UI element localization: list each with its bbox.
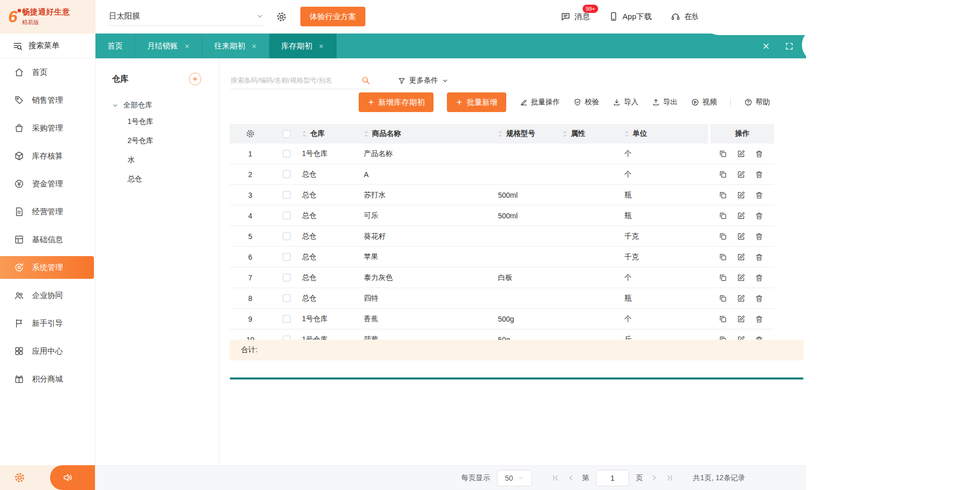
row-checkbox[interactable] xyxy=(283,170,291,178)
table-row[interactable]: 1 1号仓库 产品名称 个 xyxy=(230,144,774,164)
sidebar-item-system[interactable]: 系统管理 xyxy=(0,256,94,279)
tab-opening-balances[interactable]: 往来期初 xyxy=(202,34,269,58)
sort-icon[interactable] xyxy=(364,131,368,137)
tab-inventory-opening[interactable]: 库存期初 xyxy=(269,34,336,58)
first-page-icon[interactable] xyxy=(551,473,560,482)
delete-row-icon[interactable] xyxy=(755,191,763,199)
copy-row-icon[interactable] xyxy=(719,315,727,323)
per-page-select[interactable]: 50 xyxy=(497,470,532,486)
page-number-input[interactable] xyxy=(597,474,629,482)
tab-home[interactable]: 首页 xyxy=(95,34,135,58)
app-download-button[interactable]: App下载 xyxy=(608,11,652,22)
warehouse-tree-item[interactable]: 2号仓库 xyxy=(95,131,219,150)
edit-row-icon[interactable] xyxy=(737,191,745,199)
sidebar-menu-search[interactable]: 搜索菜单 xyxy=(0,34,95,58)
search-icon[interactable] xyxy=(361,76,370,85)
table-row[interactable]: 2 总仓 A 个 xyxy=(230,164,774,185)
delete-row-icon[interactable] xyxy=(755,315,763,323)
tab-close-icon[interactable] xyxy=(318,43,324,49)
sidebar-item-guide[interactable]: 新手引导 xyxy=(0,309,95,337)
sidebar-item-inventory[interactable]: 库存核算 xyxy=(0,142,95,170)
table-row[interactable]: 3 总仓 苏打水 500ml 瓶 xyxy=(230,185,774,206)
sidebar-item-home[interactable]: 首页 xyxy=(0,58,95,86)
row-checkbox[interactable] xyxy=(283,150,291,157)
table-row[interactable]: 10 1号仓库 菠萝 50g 斤 xyxy=(230,329,774,340)
delete-row-icon[interactable] xyxy=(755,294,763,303)
row-checkbox[interactable] xyxy=(283,336,291,340)
edit-row-icon[interactable] xyxy=(737,294,745,303)
table-row[interactable]: 9 1号仓库 香蕉 500g 个 xyxy=(230,309,774,329)
sidebar-settings-icon[interactable] xyxy=(14,472,25,483)
sidebar-item-collaboration[interactable]: 企业协同 xyxy=(0,281,95,309)
row-checkbox[interactable] xyxy=(283,212,291,219)
prev-page-icon[interactable] xyxy=(567,473,575,482)
search-input[interactable] xyxy=(231,76,361,84)
edit-row-icon[interactable] xyxy=(737,253,745,261)
copy-row-icon[interactable] xyxy=(719,294,727,303)
add-warehouse-button[interactable] xyxy=(189,73,201,85)
delete-row-icon[interactable] xyxy=(755,336,763,340)
video-button[interactable]: 视频 xyxy=(691,98,717,107)
next-page-icon[interactable] xyxy=(650,473,658,482)
delete-row-icon[interactable] xyxy=(755,253,763,261)
company-select[interactable]: 日太阳膜 xyxy=(109,7,264,26)
delete-row-icon[interactable] xyxy=(755,150,763,158)
table-row[interactable]: 6 总仓 苹果 千克 xyxy=(230,247,774,267)
sort-icon[interactable] xyxy=(563,131,567,137)
warehouse-tree-item[interactable]: 总仓 xyxy=(95,169,219,188)
close-all-tabs-icon[interactable] xyxy=(762,42,770,51)
edit-row-icon[interactable] xyxy=(737,170,745,179)
warehouse-tree-root[interactable]: 全部仓库 xyxy=(112,101,219,110)
copy-row-icon[interactable] xyxy=(719,212,727,220)
settings-gear-icon[interactable] xyxy=(276,11,287,22)
export-button[interactable]: 导出 xyxy=(652,98,678,107)
sidebar-item-app-center[interactable]: 应用中心 xyxy=(0,337,95,365)
tab-month-lock[interactable]: 月结锁账 xyxy=(135,34,202,58)
edit-row-icon[interactable] xyxy=(737,232,745,241)
row-checkbox[interactable] xyxy=(283,191,291,199)
tree-collapse-icon[interactable] xyxy=(112,102,119,109)
sort-icon[interactable] xyxy=(624,131,629,137)
table-row[interactable]: 8 总仓 四特 瓶 xyxy=(230,288,774,309)
delete-row-icon[interactable] xyxy=(755,274,763,282)
row-checkbox[interactable] xyxy=(283,294,291,302)
copy-row-icon[interactable] xyxy=(719,274,727,282)
horizontal-scrollbar[interactable] xyxy=(230,377,804,380)
copy-row-icon[interactable] xyxy=(719,150,727,158)
trial-industry-button[interactable]: 体验行业方案 xyxy=(300,7,365,26)
row-checkbox[interactable] xyxy=(283,253,291,261)
copy-row-icon[interactable] xyxy=(719,170,727,179)
sort-icon[interactable] xyxy=(498,131,503,137)
batch-add-button[interactable]: 批量新增 xyxy=(447,92,506,112)
edit-row-icon[interactable] xyxy=(737,274,745,282)
add-opening-stock-button[interactable]: 新增库存期初 xyxy=(359,92,433,112)
table-row[interactable]: 7 总仓 泰力灰色 白板 个 xyxy=(230,267,774,288)
help-button[interactable]: 帮助 xyxy=(744,98,770,107)
edit-row-icon[interactable] xyxy=(737,212,745,220)
copy-row-icon[interactable] xyxy=(719,336,727,340)
copy-row-icon[interactable] xyxy=(719,191,727,199)
edit-row-icon[interactable] xyxy=(737,315,745,323)
warehouse-tree-item[interactable]: 水 xyxy=(95,150,219,169)
import-button[interactable]: 导入 xyxy=(613,98,638,107)
messages-button[interactable]: 消息 99+ xyxy=(560,11,590,22)
row-checkbox[interactable] xyxy=(283,232,291,240)
edit-row-icon[interactable] xyxy=(737,150,745,158)
edit-row-icon[interactable] xyxy=(737,336,745,340)
select-all-checkbox[interactable] xyxy=(283,130,291,138)
voice-broadcast-toggle[interactable] xyxy=(50,465,95,490)
fullscreen-icon[interactable] xyxy=(785,42,794,51)
verify-button[interactable]: 校验 xyxy=(573,98,599,107)
sidebar-item-funds[interactable]: 资金管理 xyxy=(0,170,95,198)
delete-row-icon[interactable] xyxy=(755,212,763,220)
batch-operation-button[interactable]: 批量操作 xyxy=(520,98,560,107)
copy-row-icon[interactable] xyxy=(719,232,727,241)
tab-close-icon[interactable] xyxy=(184,43,190,49)
row-checkbox[interactable] xyxy=(283,315,291,323)
warehouse-tree-item[interactable]: 1号仓库 xyxy=(95,112,219,131)
sidebar-item-purchase[interactable]: 采购管理 xyxy=(0,114,95,142)
last-page-icon[interactable] xyxy=(665,473,674,482)
sidebar-item-operations[interactable]: 经营管理 xyxy=(0,198,95,226)
sidebar-item-points-mall[interactable]: 积分商城 xyxy=(0,365,95,393)
sidebar-item-sales[interactable]: 销售管理 xyxy=(0,86,95,114)
